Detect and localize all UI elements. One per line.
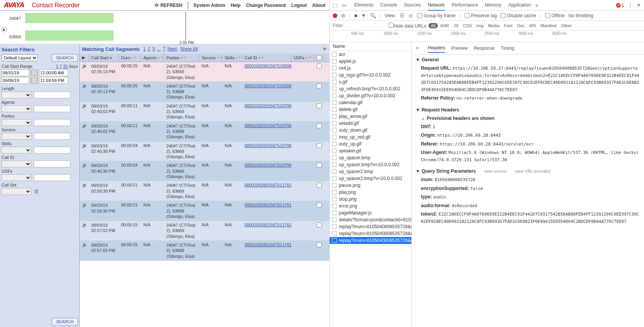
- type-doc[interactable]: Doc: [515, 23, 527, 28]
- request-row[interactable]: replay?inum=8105040008535728&enc...: [330, 230, 411, 237]
- menu-system-admin[interactable]: System Admin: [194, 3, 225, 8]
- table-row[interactable]: 🔊 09/03/19 02:40:02 PM 00:00:11 N/A 2404…: [80, 122, 329, 142]
- tab-headers[interactable]: Headers: [428, 44, 445, 53]
- search-button-top[interactable]: SEARCH: [52, 54, 78, 62]
- request-row[interactable]: replay?inum=8105040008535728&enc...: [330, 223, 411, 230]
- request-row[interactable]: up_divider.gif?v=10.0.0.002: [330, 92, 411, 99]
- row-checkbox[interactable]: [317, 103, 322, 108]
- view-source-link[interactable]: view source: [484, 169, 506, 173]
- col-callid[interactable]: Call ID▲▼: [242, 54, 291, 62]
- timeline-bar-1[interactable]: [25, 13, 113, 23]
- type-all[interactable]: All: [429, 23, 438, 28]
- speaker-icon[interactable]: 🔊: [80, 241, 89, 260]
- speaker-icon[interactable]: 🔊: [80, 201, 89, 221]
- device-icon[interactable]: ▭: [342, 2, 347, 8]
- callid-link[interactable]: 00001002601567511781: [245, 242, 291, 247]
- request-row[interactable]: details?format=json&contactid=8105...: [330, 216, 411, 223]
- request-row[interactable]: inny_up_red.gif: [330, 134, 411, 141]
- callid-link[interactable]: 00001002601567511781: [245, 203, 291, 207]
- request-row[interactable]: up_spacer.bmp?v=10.0.0.002: [330, 161, 411, 168]
- col-service[interactable]: Service▲▼: [199, 54, 222, 62]
- menu-help[interactable]: Help: [231, 3, 241, 8]
- timeline-cursor[interactable]: [186, 11, 186, 41]
- request-row[interactable]: up_spacer.bmp: [330, 154, 411, 161]
- more-tabs-icon[interactable]: »: [536, 2, 538, 8]
- callid-link[interactable]: 00001002591567510798: [245, 123, 291, 128]
- request-row[interactable]: up_logo.gif?v=10.0.0.002: [330, 72, 411, 78]
- filter-select-service[interactable]: [2, 133, 31, 140]
- devtools-tab-network[interactable]: Network: [428, 0, 445, 11]
- menu-change-password[interactable]: Change Password: [246, 3, 286, 8]
- request-row[interactable]: s.gif: [330, 78, 411, 85]
- request-row[interactable]: speaker.gif: [330, 147, 411, 154]
- menu-logout[interactable]: Logout: [291, 3, 307, 8]
- page-1[interactable]: 1: [143, 46, 146, 52]
- record-icon[interactable]: [333, 13, 337, 18]
- col-skills[interactable]: Skills▲▼: [222, 54, 242, 62]
- col-durn[interactable]: Durn▲▼: [119, 54, 141, 62]
- speaker-icon[interactable]: 🔊: [80, 102, 89, 121]
- settings-icon[interactable]: ⋮: [628, 2, 633, 8]
- calendar-icon[interactable]: [31, 77, 38, 83]
- inspect-icon[interactable]: ⬚: [333, 2, 337, 8]
- devtools-tab-elements[interactable]: Elements: [354, 0, 373, 11]
- speaker-icon[interactable]: 🔊: [80, 181, 89, 201]
- type-manifest[interactable]: Manifest: [538, 23, 559, 28]
- table-row[interactable]: 🔊 09/03/19 02:40:30 PM 00:00:04 N/A 2404…: [80, 142, 329, 162]
- request-row[interactable]: calendar.gif: [330, 99, 411, 106]
- days-1[interactable]: 1: [56, 64, 58, 69]
- filter-input[interactable]: [34, 133, 71, 140]
- chevron-down-icon[interactable]: ▼: [416, 168, 420, 174]
- filter-select-call-id[interactable]: [2, 160, 31, 167]
- request-row[interactable]: pause.png: [330, 182, 411, 189]
- filter-select-udfs[interactable]: [2, 174, 31, 181]
- tab-response[interactable]: Response: [474, 44, 495, 52]
- devtools-tab-application[interactable]: Application: [508, 0, 531, 11]
- callid-link[interactable]: 00001002591567510798: [245, 163, 291, 167]
- waterfall[interactable]: 500 ms 1000 ms 1500 ms 2000 ms 2500 ms 3…: [330, 31, 644, 42]
- add-icon[interactable]: ✦: [322, 46, 327, 52]
- filter-input[interactable]: [34, 105, 71, 112]
- preserve-checkbox[interactable]: Preserve log: [465, 13, 497, 18]
- speaker-icon[interactable]: 🔊: [80, 161, 89, 181]
- chevron-down-icon[interactable]: ▼: [416, 107, 420, 113]
- request-row[interactable]: up_spacer2.bmp?v=10.0.0.002: [330, 175, 411, 182]
- type-font[interactable]: Font: [502, 23, 515, 28]
- row-checkbox[interactable]: [317, 242, 322, 247]
- row-checkbox[interactable]: [317, 203, 322, 208]
- table-row[interactable]: 🔊 09/03/19 02:40:02 PM 00:00:11 N/A 2404…: [80, 102, 329, 122]
- throttle-select[interactable]: No throttling: [568, 13, 593, 18]
- play-icon[interactable]: ▶: [2, 27, 7, 32]
- row-checkbox[interactable]: [317, 143, 322, 148]
- view-list-icon[interactable]: ☰: [400, 13, 404, 18]
- type-other[interactable]: Other: [559, 23, 574, 28]
- speaker-icon[interactable]: 🔊: [80, 82, 89, 101]
- callid-link[interactable]: 00001002591567510798: [245, 103, 291, 108]
- view-url-encoded-link[interactable]: view URL encoded: [515, 169, 550, 173]
- names-header[interactable]: Name: [330, 42, 411, 51]
- camera-icon[interactable]: ■: [354, 13, 357, 18]
- error-badge[interactable]: ✕1: [616, 3, 624, 8]
- filter-input[interactable]: [34, 160, 71, 167]
- filter-input[interactable]: [34, 119, 71, 126]
- col-check[interactable]: [314, 54, 324, 62]
- request-row[interactable]: up_refresh.bmp?v=10.0.0.002: [330, 85, 411, 92]
- days-7[interactable]: 7: [59, 64, 62, 69]
- tab-timing[interactable]: Timing: [501, 44, 514, 52]
- refresh-button[interactable]: ⟳ REFRESH: [155, 3, 182, 8]
- row-checkbox[interactable]: [317, 64, 322, 69]
- page-next[interactable]: Next: [168, 46, 177, 52]
- table-row[interactable]: 🔊 09/03/19 02:56:30 PM 00:00:21 N/A 2404…: [80, 201, 329, 221]
- speaker-icon[interactable]: 🔊: [80, 122, 89, 141]
- filter-input[interactable]: [333, 23, 386, 28]
- chevron-down-icon[interactable]: ▼: [416, 57, 420, 62]
- callid-link[interactable]: 00001002581567510508: [245, 83, 291, 88]
- type-js[interactable]: JS: [451, 23, 461, 28]
- table-row[interactable]: 🔊 09/03/19 02:57:02 PM 00:00:15 N/A 2404…: [80, 241, 329, 261]
- date-to[interactable]: [2, 77, 29, 84]
- page-7[interactable]: 7: [163, 46, 166, 52]
- page-2[interactable]: 2: [148, 46, 150, 52]
- layout-select[interactable]: Default Layout: [2, 54, 38, 61]
- row-checkbox[interactable]: [317, 183, 322, 188]
- request-row[interactable]: delete.gif: [330, 106, 411, 113]
